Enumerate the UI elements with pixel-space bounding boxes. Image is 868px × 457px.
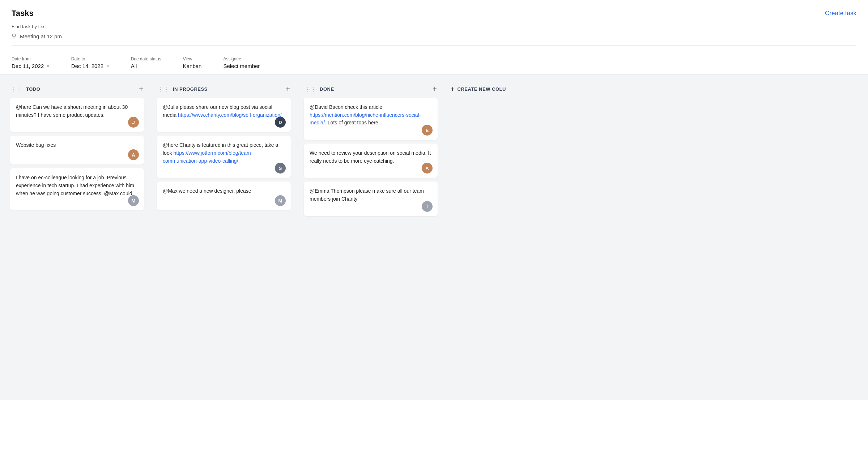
filter-due-date-status: Due date status All xyxy=(131,56,161,69)
column-title-done: DONE xyxy=(320,86,334,92)
avatar: E xyxy=(422,125,433,136)
page-header: Tasks Create task xyxy=(0,0,868,21)
filter-date-to: Date to Dec 14, 2022 × xyxy=(71,56,109,69)
drag-handle-icon: ⋮⋮ xyxy=(305,86,317,93)
task-card-text: Website bug fixes xyxy=(16,141,138,149)
task-card[interactable]: @Emma Thompson please make sure all our … xyxy=(304,181,438,216)
avatar: T xyxy=(422,201,433,212)
page-title: Tasks xyxy=(12,9,34,18)
date-from-value[interactable]: Dec 11, 2022 × xyxy=(12,63,50,69)
view-value[interactable]: Kanban xyxy=(183,63,202,69)
task-card-text: @Emma Thompson please make sure all our … xyxy=(310,187,432,203)
create-new-column-button[interactable]: + CREATE NEW COLU xyxy=(447,81,510,97)
search-bar: ⚲ xyxy=(12,32,856,46)
new-column-label: CREATE NEW COLU xyxy=(458,86,506,92)
task-link[interactable]: https://www.jotform.com/blog/team-commun… xyxy=(163,150,252,164)
add-card-button-todo[interactable]: + xyxy=(139,85,143,93)
avatar: D xyxy=(275,117,286,128)
kanban-column-done: ⋮⋮DONE+@David Bacon check this article h… xyxy=(300,81,441,224)
task-link[interactable]: https://www.chanty.com/blog/self-organiz… xyxy=(178,112,282,118)
column-header-inprogress: ⋮⋮IN PROGRESS+ xyxy=(157,85,291,93)
task-card-text: @David Bacon check this article https://… xyxy=(310,103,432,127)
filter-view: View Kanban xyxy=(183,56,202,69)
due-date-status-label: Due date status xyxy=(131,56,161,61)
drag-handle-icon: ⋮⋮ xyxy=(158,86,170,93)
kanban-column-todo: ⋮⋮TODO+@here Can we have a shoert meetin… xyxy=(7,81,148,218)
column-title-inprogress: IN PROGRESS xyxy=(173,86,208,92)
view-label: View xyxy=(183,56,202,61)
search-icon: ⚲ xyxy=(12,32,16,40)
avatar: M xyxy=(128,195,139,206)
kanban-column-inprogress: ⋮⋮IN PROGRESS+@Julia please share our ne… xyxy=(153,81,294,218)
date-from-label: Date from xyxy=(12,56,50,61)
task-card[interactable]: We need to review your description on so… xyxy=(304,144,438,178)
avatar: A xyxy=(422,163,433,174)
task-card-text: @here Can we have a shoert meeting in ab… xyxy=(16,103,138,119)
create-task-button[interactable]: Create task xyxy=(825,10,856,17)
avatar: S xyxy=(275,163,286,174)
task-card[interactable]: @Max we need a new designer, pleaseM xyxy=(157,181,291,210)
search-label: Find task by text xyxy=(12,24,856,29)
assignee-value[interactable]: Select member xyxy=(223,63,260,69)
task-card-text: @Max we need a new designer, please xyxy=(163,187,285,195)
column-title-todo: TODO xyxy=(26,86,40,92)
due-date-status-value[interactable]: All xyxy=(131,63,161,69)
task-card-text: I have on ec-colleague looking for a job… xyxy=(16,174,138,197)
date-to-value[interactable]: Dec 14, 2022 × xyxy=(71,63,109,69)
task-card[interactable]: @here Chanty is featured in this great p… xyxy=(157,136,291,178)
task-card[interactable]: Website bug fixesA xyxy=(10,136,144,165)
avatar: A xyxy=(128,149,139,160)
avatar: M xyxy=(275,195,286,206)
task-card-text: @here Chanty is featured in this great p… xyxy=(163,141,285,165)
avatar: J xyxy=(128,117,139,128)
search-input[interactable] xyxy=(20,33,165,39)
task-link[interactable]: https://mention.com/blog/niche-influence… xyxy=(310,112,421,126)
column-header-done: ⋮⋮DONE+ xyxy=(304,85,438,93)
plus-icon: + xyxy=(451,85,455,93)
filter-assignee: Assignee Select member xyxy=(223,56,260,69)
assignee-label: Assignee xyxy=(223,56,260,61)
add-card-button-inprogress[interactable]: + xyxy=(286,85,290,93)
drag-handle-icon: ⋮⋮ xyxy=(11,86,23,93)
kanban-board: ⋮⋮TODO+@here Can we have a shoert meetin… xyxy=(0,74,868,400)
filter-date-from: Date from Dec 11, 2022 × xyxy=(12,56,50,69)
task-card[interactable]: I have on ec-colleague looking for a job… xyxy=(10,168,144,210)
date-to-clear[interactable]: × xyxy=(106,64,109,68)
add-card-button-done[interactable]: + xyxy=(433,85,437,93)
column-header-todo: ⋮⋮TODO+ xyxy=(10,85,144,93)
task-card-text: @Julia please share our new blog post vi… xyxy=(163,103,285,119)
task-card[interactable]: @David Bacon check this article https://… xyxy=(304,98,438,140)
search-section: Find task by text ⚲ xyxy=(0,21,868,51)
date-from-clear[interactable]: × xyxy=(47,64,50,68)
task-card[interactable]: @here Can we have a shoert meeting in ab… xyxy=(10,98,144,132)
filters-bar: Date from Dec 11, 2022 × Date to Dec 14,… xyxy=(0,51,868,74)
date-to-label: Date to xyxy=(71,56,109,61)
task-card-text: We need to review your description on so… xyxy=(310,149,432,165)
task-card[interactable]: @Julia please share our new blog post vi… xyxy=(157,98,291,132)
